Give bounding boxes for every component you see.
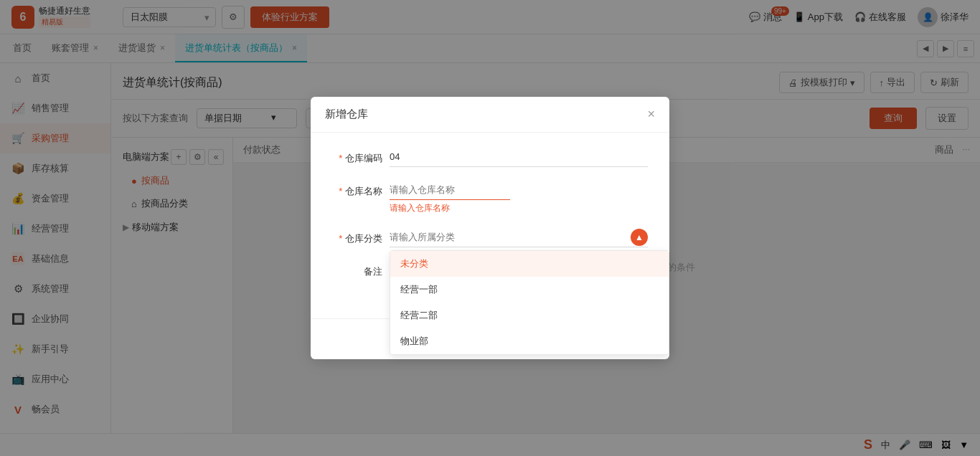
modal-close-btn[interactable]: × — [647, 107, 655, 122]
modal-backdrop[interactable]: 新增仓库 × * 仓库编码 * 仓库名称 请输入仓库名称 — [0, 0, 980, 456]
code-input[interactable] — [390, 147, 648, 167]
name-label: * 仓库名称 — [332, 180, 390, 198]
modal-dialog: 新增仓库 × * 仓库编码 * 仓库名称 请输入仓库名称 — [311, 97, 669, 359]
category-label: * 仓库分类 — [332, 227, 390, 245]
modal-body: * 仓库编码 * 仓库名称 请输入仓库名称 * — [311, 133, 669, 318]
note-label: 备注 — [332, 260, 390, 278]
code-label: * 仓库编码 — [332, 147, 390, 165]
name-input-wrapper: 请输入仓库名称 — [390, 180, 648, 214]
dropdown-item-3[interactable]: 物业部 — [390, 328, 669, 354]
dropdown-item-2[interactable]: 经营二部 — [390, 303, 669, 328]
modal-header: 新增仓库 × — [311, 97, 669, 133]
dropdown-item-0[interactable]: 未分类 — [390, 251, 669, 277]
form-row-name: * 仓库名称 请输入仓库名称 — [332, 180, 648, 214]
category-select-wrapper: ▲ 未分类 经营一部 经营二部 物业部 — [390, 227, 648, 247]
required-star-cat: * — [339, 233, 342, 244]
modal-title: 新增仓库 — [325, 108, 368, 121]
required-star: * — [339, 153, 342, 163]
category-dropdown-arrow[interactable]: ▲ — [631, 229, 648, 246]
category-dropdown-list: 未分类 经营一部 经营二部 物业部 — [390, 250, 669, 355]
name-input[interactable] — [390, 180, 510, 200]
name-error-msg: 请输入仓库名称 — [390, 202, 648, 214]
category-input[interactable] — [390, 227, 648, 247]
required-star-name: * — [339, 186, 342, 196]
form-row-category: * 仓库分类 ▲ 未分类 经营一部 经营二部 物业部 — [332, 227, 648, 247]
form-row-code: * 仓库编码 — [332, 147, 648, 167]
dropdown-item-1[interactable]: 经营一部 — [390, 277, 669, 303]
